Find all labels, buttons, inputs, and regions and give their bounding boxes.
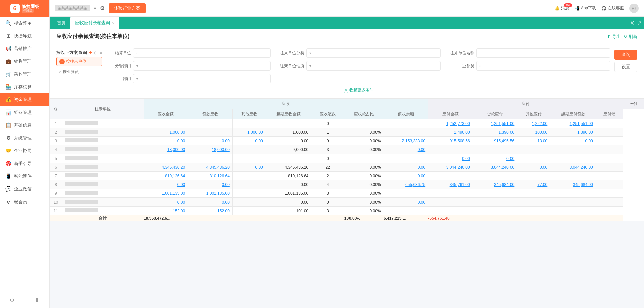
- table-cell[interactable]: 2,153,333.00: [384, 137, 428, 145]
- table-cell[interactable]: [473, 189, 517, 198]
- sidebar-item-wechat[interactable]: 💬 企业微信: [0, 183, 49, 195]
- table-cell[interactable]: 1,001,135.00: [188, 189, 233, 198]
- table-cell[interactable]: 0.00: [428, 154, 473, 163]
- filter-collapse-btn[interactable]: ⋀ 收起更多条件: [108, 86, 610, 94]
- table-cell[interactable]: 0.00: [188, 198, 233, 207]
- table-cell[interactable]: 1,222.00: [517, 119, 550, 128]
- scheme-settings-btn[interactable]: ⊙: [94, 50, 98, 55]
- sidebar-item-operation[interactable]: 📊 经营管理: [0, 106, 49, 119]
- table-cell[interactable]: 0.00: [517, 163, 550, 172]
- table-cell[interactable]: 152.00: [188, 207, 233, 215]
- export-button[interactable]: ⬆ 导出: [607, 34, 621, 40]
- sidebar-item-system[interactable]: ⚙ 系统管理: [0, 132, 49, 144]
- table-cell[interactable]: [517, 198, 550, 207]
- table-cell[interactable]: [550, 207, 596, 215]
- table-cell[interactable]: 345,761.00: [428, 180, 473, 189]
- table-cell[interactable]: 655,636.75: [384, 180, 428, 189]
- sidebar-item-collab[interactable]: 🤝 企业协同: [0, 144, 49, 157]
- table-cell[interactable]: 1,000.00: [144, 128, 188, 137]
- online-service-action[interactable]: 🎧 在线客服: [601, 5, 624, 11]
- table-cell[interactable]: [473, 198, 517, 207]
- filter-fenguan-select[interactable]: ▾: [133, 61, 271, 71]
- user-action[interactable]: Rit: [629, 4, 639, 13]
- table-cell[interactable]: 100.00: [517, 128, 550, 137]
- notifications-action[interactable]: 🔔 消息 99+: [555, 5, 569, 11]
- table-cell[interactable]: 345,684.00: [473, 180, 517, 189]
- table-cell[interactable]: [428, 172, 473, 180]
- table-cell[interactable]: 3,044,240.00: [428, 163, 473, 172]
- sidebar-item-purchase[interactable]: 🛒 采购管理: [0, 68, 49, 81]
- table-cell[interactable]: 0.00: [188, 180, 233, 189]
- sidebar-item-inventory[interactable]: 🏪 库存核算: [0, 81, 49, 93]
- sidebar-item-guide[interactable]: 🎯 新手引导: [0, 157, 49, 170]
- table-cell[interactable]: 1,490.00: [428, 128, 473, 137]
- table-cell[interactable]: 0.00: [144, 198, 188, 207]
- table-cell[interactable]: [188, 128, 233, 137]
- table-cell[interactable]: [188, 154, 233, 163]
- table-cell[interactable]: 1,252,773.00: [428, 119, 473, 128]
- filter-dept-select[interactable]: ▾: [133, 74, 271, 83]
- table-cell[interactable]: 0.00: [384, 198, 428, 207]
- table-cell[interactable]: 0.00: [384, 163, 428, 172]
- table-cell[interactable]: [232, 207, 266, 215]
- table-cell[interactable]: [550, 154, 596, 163]
- refresh-button[interactable]: ↻ 刷新: [624, 34, 637, 40]
- filter-wanglai-nature-select[interactable]: ▾: [306, 61, 440, 71]
- table-cell[interactable]: 18,000.00: [188, 145, 233, 154]
- table-cell[interactable]: [428, 189, 473, 198]
- tab-close-icon[interactable]: ✕: [112, 21, 115, 25]
- table-cell[interactable]: [384, 189, 428, 198]
- table-cell[interactable]: [550, 198, 596, 207]
- sidebar-item-search[interactable]: 🔍 搜索菜单: [0, 17, 49, 30]
- table-cell[interactable]: [384, 119, 428, 128]
- table-cell[interactable]: 0.00: [188, 137, 233, 145]
- query-button[interactable]: 查询: [614, 50, 637, 60]
- gear-icon[interactable]: ⚙: [100, 5, 105, 11]
- table-cell[interactable]: [232, 180, 266, 189]
- tab-fullscreen[interactable]: ⤢: [637, 20, 641, 26]
- table-cell[interactable]: 0.00: [232, 163, 266, 172]
- table-settings-icon[interactable]: ⚙: [54, 107, 58, 112]
- table-cell[interactable]: [550, 172, 596, 180]
- table-cell[interactable]: 1,390.00: [550, 128, 596, 137]
- sidebar-item-member[interactable]: V 畅会员: [0, 195, 49, 208]
- table-cell[interactable]: 0.00: [144, 180, 188, 189]
- scheme-salesman-item[interactable]: ○ 按业务员: [56, 68, 102, 76]
- app-download-action[interactable]: 📲 App下载: [575, 5, 596, 11]
- table-cell[interactable]: [473, 172, 517, 180]
- table-cell[interactable]: [517, 189, 550, 198]
- table-cell[interactable]: 345,684.00: [550, 180, 596, 189]
- table-cell[interactable]: [473, 207, 517, 215]
- filter-salesman-input[interactable]: ···: [476, 61, 610, 71]
- tab-close-window[interactable]: ✕: [630, 20, 634, 26]
- table-cell[interactable]: [428, 207, 473, 215]
- table-cell[interactable]: [473, 145, 517, 154]
- table-cell[interactable]: [517, 172, 550, 180]
- tab-query[interactable]: 应收应付余额查询 ✕: [70, 17, 119, 29]
- table-cell[interactable]: [517, 207, 550, 215]
- filter-wanglai-name-input[interactable]: [476, 48, 610, 58]
- table-cell[interactable]: 1,251,551.00: [550, 119, 596, 128]
- table-cell[interactable]: 1,251,551.00: [473, 119, 517, 128]
- table-cell[interactable]: 810,126.64: [188, 172, 233, 180]
- sidebar-item-basic[interactable]: 📋 基础信息: [0, 119, 49, 132]
- table-cell[interactable]: [517, 154, 550, 163]
- filter-wanglai-cat-select[interactable]: ▾: [306, 48, 440, 58]
- table-cell[interactable]: 0.00: [384, 172, 428, 180]
- table-cell[interactable]: [232, 172, 266, 180]
- tab-home[interactable]: 首页: [52, 17, 70, 29]
- table-cell[interactable]: [144, 119, 188, 128]
- scheme-add-btn[interactable]: +: [89, 50, 92, 56]
- table-cell[interactable]: 915,495.56: [473, 137, 517, 145]
- table-cell[interactable]: [428, 145, 473, 154]
- sidebar-settings-btn[interactable]: ⚙: [6, 295, 18, 305]
- table-cell[interactable]: 4,345,436.20: [188, 163, 233, 172]
- table-cell[interactable]: 0.00: [384, 145, 428, 154]
- trial-button[interactable]: 体验行业方案: [109, 3, 146, 13]
- table-cell[interactable]: 18,000.00: [144, 145, 188, 154]
- table-cell[interactable]: [232, 154, 266, 163]
- table-cell[interactable]: [232, 119, 266, 128]
- sidebar-item-hardware[interactable]: 📱 智能硬件: [0, 170, 49, 183]
- table-cell[interactable]: [428, 198, 473, 207]
- scheme-partner-item[interactable]: W 按往来单位: [56, 57, 102, 66]
